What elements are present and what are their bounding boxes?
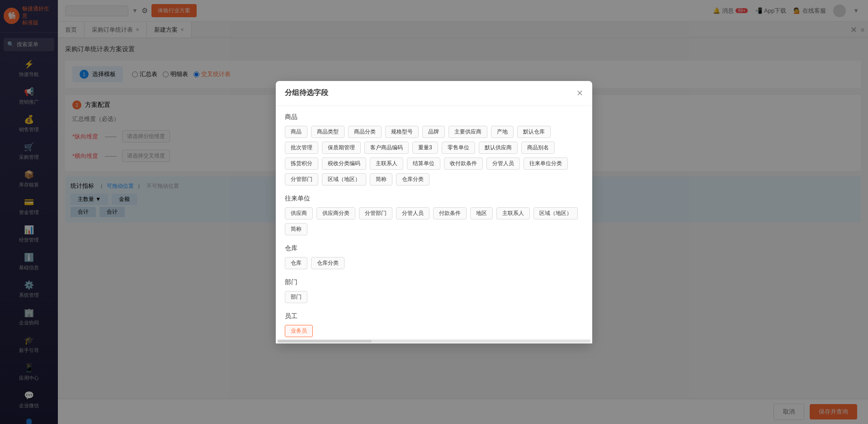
field-chip-dept[interactable]: 部门 — [285, 291, 307, 303]
modal-body: 商品商品商品类型商品分类规格型号品牌主要供应商产地默认仓库批次管理保质期管理客户… — [276, 106, 592, 339]
modal-horizontal-scrollbar[interactable] — [276, 339, 592, 343]
field-chip-warehouse[interactable]: 仓库 — [285, 257, 307, 269]
field-chip-batch-mgmt[interactable]: 批次管理 — [285, 142, 318, 154]
field-chip-main-contact2[interactable]: 主联系人 — [496, 207, 530, 219]
modal-section-product: 商品商品商品类型商品分类规格型号品牌主要供应商产地默认仓库批次管理保质期管理客户… — [285, 113, 583, 186]
modal-title: 分组待选字段 — [285, 88, 328, 98]
field-chip-dept2[interactable]: 分管部门 — [359, 207, 392, 219]
modal-overlay: 分组待选字段 ✕ 商品商品商品类型商品分类规格型号品牌主要供应商产地默认仓库批次… — [0, 0, 868, 424]
field-grid-employee: 业务员 — [285, 325, 583, 337]
field-chip-area-region[interactable]: 区域（地区） — [322, 173, 366, 186]
field-chip-pay-terms[interactable]: 付款条件 — [433, 207, 467, 219]
modal-section-partner: 往来单位供应商供应商分类分管部门分管人员付款条件地区主联系人区域（地区）简称 — [285, 195, 583, 235]
field-chip-goods-category[interactable]: 商品分类 — [348, 126, 382, 138]
field-chip-warehouse-category[interactable]: 仓库分类 — [396, 173, 429, 186]
section-title-warehouse: 仓库 — [285, 244, 583, 252]
field-chip-area-region2[interactable]: 区域（地区） — [533, 207, 578, 219]
field-grid-department: 部门 — [285, 291, 583, 303]
field-chip-mgr-dept[interactable]: 分管部门 — [285, 173, 318, 186]
field-chip-weight3[interactable]: 重量3 — [412, 142, 438, 154]
field-grid-product: 商品商品类型商品分类规格型号品牌主要供应商产地默认仓库批次管理保质期管理客户商品… — [285, 126, 583, 186]
field-chip-short-name[interactable]: 简称 — [370, 173, 392, 186]
field-chip-pick-score[interactable]: 拣货积分 — [285, 157, 318, 170]
modal-header: 分组待选字段 ✕ — [276, 81, 592, 106]
field-chip-expiry-mgmt[interactable]: 保质期管理 — [322, 142, 361, 154]
field-chip-main-contact[interactable]: 主联系人 — [370, 157, 403, 170]
field-chip-region[interactable]: 地区 — [470, 207, 493, 219]
section-title-partner: 往来单位 — [285, 195, 583, 203]
modal-close-button[interactable]: ✕ — [576, 88, 583, 98]
field-grid-partner: 供应商供应商分类分管部门分管人员付款条件地区主联系人区域（地区）简称 — [285, 207, 583, 235]
field-chip-settle-unit[interactable]: 结算单位 — [407, 157, 440, 170]
field-chip-goods[interactable]: 商品 — [285, 126, 307, 138]
hscroll-thumb[interactable] — [278, 340, 372, 343]
field-chip-brand[interactable]: 品牌 — [422, 126, 445, 138]
field-chip-goods-alias[interactable]: 商品别名 — [521, 142, 555, 154]
hscroll-track — [278, 340, 590, 343]
field-chip-origin[interactable]: 产地 — [491, 126, 514, 138]
field-chip-retail-unit[interactable]: 零售单位 — [442, 142, 475, 154]
section-title-employee: 员工 — [285, 312, 583, 320]
section-title-product: 商品 — [285, 113, 583, 121]
field-chip-salesman[interactable]: 业务员 — [285, 325, 313, 337]
field-chip-goods-type[interactable]: 商品类型 — [311, 126, 344, 138]
field-chip-default-warehouse[interactable]: 默认仓库 — [517, 126, 551, 138]
field-chip-default-supplier[interactable]: 默认供应商 — [479, 142, 518, 154]
field-chip-supplier-category[interactable]: 供应商分类 — [316, 207, 355, 219]
field-chip-payment-terms[interactable]: 收付款条件 — [444, 157, 483, 170]
field-chip-short-name2[interactable]: 简称 — [285, 223, 307, 235]
section-title-department: 部门 — [285, 278, 583, 286]
field-chip-mgr-staff2[interactable]: 分管人员 — [396, 207, 429, 219]
field-chip-from-unit-category[interactable]: 往来单位分类 — [524, 157, 568, 170]
modal-section-employee: 员工业务员 — [285, 312, 583, 337]
modal-section-department: 部门部门 — [285, 278, 583, 303]
field-chip-main-supplier[interactable]: 主要供应商 — [448, 126, 487, 138]
field-grid-warehouse: 仓库仓库分类 — [285, 257, 583, 269]
field-chip-supplier[interactable]: 供应商 — [285, 207, 313, 219]
modal: 分组待选字段 ✕ 商品商品商品类型商品分类规格型号品牌主要供应商产地默认仓库批次… — [276, 81, 592, 343]
field-chip-warehouse-cat[interactable]: 仓库分类 — [311, 257, 344, 269]
field-chip-customer-code[interactable]: 客户商品编码 — [364, 142, 409, 154]
field-chip-spec-type[interactable]: 规格型号 — [385, 126, 419, 138]
field-chip-mgr-staff[interactable]: 分管人员 — [486, 157, 520, 170]
modal-section-warehouse: 仓库仓库仓库分类 — [285, 244, 583, 269]
field-chip-tax-code[interactable]: 税收分类编码 — [322, 157, 366, 170]
